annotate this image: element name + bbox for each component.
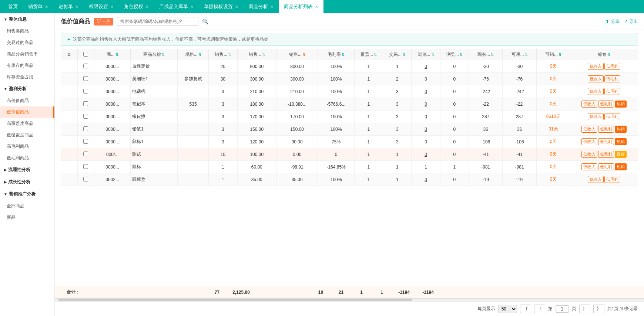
nav-analysis-list[interactable]: 商品分析列表 ✕: [279, 0, 323, 13]
last-page-btn[interactable]: 》: [593, 305, 604, 313]
col-checkbox[interactable]: [77, 49, 94, 60]
row-checkbox[interactable]: [83, 152, 88, 156]
sidebar-item-all-products[interactable]: 全部商品: [0, 200, 54, 212]
first-page-btn[interactable]: 《: [520, 305, 531, 313]
export-button[interactable]: ↗ 导出: [624, 18, 638, 25]
row-checkbox[interactable]: [83, 64, 88, 68]
cell-view1[interactable]: 0: [412, 85, 440, 98]
period-badge[interactable]: 近一月: [94, 18, 113, 26]
page-number-input[interactable]: [556, 305, 569, 313]
cell-view1[interactable]: 0: [412, 73, 440, 85]
cell-checkbox[interactable]: [77, 123, 94, 136]
nav-home[interactable]: 首页: [3, 0, 23, 13]
col-name[interactable]: 商品名称⇅: [131, 49, 178, 60]
nav-roles-close[interactable]: ✕: [145, 4, 149, 9]
cell-view1[interactable]: 0: [412, 98, 440, 111]
sidebar-section-overview[interactable]: ▼ 整体信息: [0, 13, 54, 26]
col-sales-amount[interactable]: 销售...⇅: [276, 49, 318, 60]
cell-view1[interactable]: 0: [412, 123, 440, 136]
col-view1[interactable]: 浏览...⇅: [412, 49, 440, 60]
nav-product-entry[interactable]: 产成品入库单 ✕: [154, 0, 199, 13]
search-input[interactable]: [117, 17, 198, 26]
horizontal-scrollbar[interactable]: [55, 298, 644, 301]
sidebar-section-profit[interactable]: ▼ 盈利分析: [0, 83, 54, 95]
col-coverage[interactable]: 覆盖...⇅: [354, 49, 383, 60]
row-checkbox[interactable]: [83, 126, 88, 131]
col-margin[interactable]: 毛利率⇅: [318, 49, 354, 60]
nav-template[interactable]: 单据模板设置 ✕: [199, 0, 244, 13]
cell-checkbox[interactable]: [77, 98, 94, 111]
col-spec[interactable]: 规格...⇅: [177, 49, 208, 60]
cell-checkbox[interactable]: [77, 148, 94, 161]
col-view2[interactable]: 浏览...⇅: [440, 49, 469, 60]
view1-val[interactable]: 0: [425, 64, 427, 69]
sidebar-section-flow[interactable]: ▶ 流通性分析: [0, 164, 54, 176]
col-tags[interactable]: 标签⇅: [570, 49, 638, 60]
next-page-btn[interactable]: 〉: [579, 305, 590, 313]
cell-checkbox[interactable]: [77, 161, 94, 173]
nav-purchase[interactable]: 进货单 ✕: [53, 0, 84, 13]
per-page-select[interactable]: 50 100 200: [498, 305, 517, 313]
view1-val[interactable]: 0: [425, 102, 427, 107]
cell-checkbox[interactable]: [77, 73, 94, 85]
nav-permissions[interactable]: 权限设置 ✕: [84, 0, 119, 13]
view1-val[interactable]: 0: [425, 89, 427, 94]
sidebar-item-low-coverage[interactable]: 低覆盖度商品: [0, 129, 54, 141]
sidebar-item-capital[interactable]: 库存资金占用: [0, 71, 54, 83]
share-button[interactable]: ⬆ 分享: [606, 18, 620, 25]
view1-val[interactable]: 1: [425, 164, 427, 170]
search-icon[interactable]: 🔍: [202, 18, 208, 24]
cell-checkbox[interactable]: [77, 111, 94, 123]
cell-view1[interactable]: 0: [412, 148, 440, 161]
sidebar-item-high-value[interactable]: 高价值商品: [0, 95, 54, 106]
nav-permissions-close[interactable]: ✕: [110, 4, 114, 9]
row-checkbox[interactable]: [83, 139, 88, 144]
col-code[interactable]: 商...⇅: [94, 49, 130, 60]
sidebar-item-sales-products[interactable]: 销售类商品: [0, 26, 54, 37]
col-available[interactable]: 可用...⇅: [503, 49, 536, 60]
select-all-checkbox[interactable]: [83, 52, 88, 57]
view1-val[interactable]: 0: [425, 77, 427, 82]
col-settings[interactable]: ⚙: [61, 49, 78, 60]
col-trade[interactable]: 交易...⇅: [383, 49, 412, 60]
prev-page-btn[interactable]: 〈: [534, 305, 545, 313]
view1-val[interactable]: 0: [425, 114, 427, 119]
row-checkbox[interactable]: [83, 101, 88, 106]
col-sales-price[interactable]: 销售...⇅: [237, 49, 276, 60]
nav-roles[interactable]: 角色授权 ✕: [119, 0, 154, 13]
cell-checkbox[interactable]: [77, 136, 94, 148]
sidebar-item-new-products[interactable]: 新品: [0, 212, 54, 223]
row-checkbox[interactable]: [83, 89, 88, 94]
col-saleable[interactable]: 可销...⇅: [536, 49, 570, 60]
cell-view1[interactable]: 1: [412, 161, 440, 173]
sidebar-section-growth[interactable]: ▶ 成长性分析: [0, 176, 54, 188]
nav-purchase-close[interactable]: ✕: [75, 4, 78, 9]
table-container[interactable]: ⚙ 商...⇅ 商品名称⇅ 规格...⇅ 销售...⇅ 销售...⇅ 销售...…: [55, 49, 644, 286]
sidebar-item-stocked[interactable]: 有库存的商品: [0, 60, 54, 71]
nav-analysis[interactable]: 商品分析 ✕: [244, 0, 279, 13]
cell-checkbox[interactable]: [77, 85, 94, 98]
cell-view1[interactable]: 0: [412, 60, 440, 73]
view1-val[interactable]: 0: [425, 139, 427, 145]
col-sales-qty[interactable]: 销售...⇅: [209, 49, 237, 60]
row-checkbox[interactable]: [83, 177, 88, 181]
sidebar-item-high-coverage[interactable]: 高覆盖度商品: [0, 118, 54, 129]
row-checkbox[interactable]: [83, 164, 88, 169]
sidebar-item-traded[interactable]: 交易过的商品: [0, 37, 54, 48]
view1-val[interactable]: 0: [425, 127, 427, 132]
row-checkbox[interactable]: [83, 114, 88, 119]
sidebar-section-marketing[interactable]: ▼ 营销推广分析: [0, 188, 54, 200]
sidebar-item-high-margin[interactable]: 高毛利商品: [0, 141, 54, 152]
nav-analysis-list-close[interactable]: ✕: [315, 4, 318, 9]
nav-analysis-close[interactable]: ✕: [270, 4, 274, 9]
col-current-stock[interactable]: 现有...⇅: [469, 49, 503, 60]
cell-view1[interactable]: 0: [412, 111, 440, 123]
nav-sales-close[interactable]: ✕: [45, 4, 48, 9]
row-checkbox[interactable]: [83, 76, 88, 81]
cell-checkbox[interactable]: [77, 60, 94, 73]
cell-view1[interactable]: 0: [412, 136, 440, 148]
view1-val[interactable]: 0: [425, 152, 427, 157]
nav-sales[interactable]: 销货单 ✕: [23, 0, 53, 13]
cell-checkbox[interactable]: [77, 173, 94, 186]
view1-val[interactable]: 0: [425, 177, 427, 182]
